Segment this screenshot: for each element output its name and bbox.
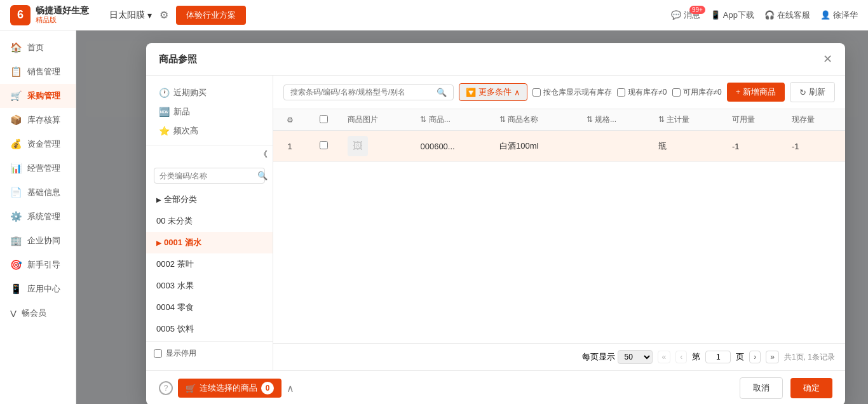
sidebar-item-sales[interactable]: 📋 销售管理 [0,60,76,84]
new-icon: 🆕 [159,107,170,117]
app-download-button[interactable]: 📱 App下载 [710,10,754,21]
product-search-input[interactable] [290,88,434,97]
col-image: 商品图片 [341,109,414,131]
refresh-label: 刷新 [809,86,825,98]
online-service-label: 在线客服 [777,10,810,21]
collapse-panel-button[interactable]: 《 [146,146,273,163]
sidebar-item-enterprise[interactable]: 🏢 企业协同 [0,229,76,253]
category-00[interactable]: 00 未分类 [146,210,273,232]
refresh-button[interactable]: ↻ 刷新 [790,82,835,102]
row-checkbox[interactable] [320,141,328,149]
product-panel: 🔍 🔽 更多条件 ∧ 按仓库显示现有库存 [273,76,845,370]
app-download-label: App下载 [723,10,754,21]
category-0005[interactable]: 0005 饮料 [146,318,273,340]
page-size-select[interactable]: 50 10 20 100 [618,350,653,364]
sidebar-item-apps[interactable]: 📱 应用中心 [0,277,76,301]
product-search-box[interactable]: 🔍 [283,84,454,100]
category-list: ▶ 全部分类 00 未分类 ▶ 0001 酒水 0002 茶 [146,189,273,341]
sidebar-item-purchase[interactable]: 🛒 采购管理 [0,84,76,108]
col-settings[interactable]: ⚙ [273,109,306,131]
user-avatar[interactable]: 👤 徐泽华 [820,10,858,21]
page-number-input[interactable] [705,351,731,363]
cart-button[interactable]: 🛒 连续选择的商品 0 [178,379,281,398]
sidebar-item-inventory[interactable]: 📦 库存核算 [0,108,76,132]
page-label: 第 [692,351,700,363]
collapse-footer-button[interactable]: ∧ [287,382,294,394]
sidebar-item-member[interactable]: V 畅会员 [0,301,76,325]
add-product-button[interactable]: + 新增商品 [727,83,785,102]
category-panel: 🕐 近期购买 🆕 新品 ⭐ 频次高 [146,76,273,370]
table-row[interactable]: 1 🖼 000600... 白酒100ml 瓶 [273,131,845,162]
col-available: 可用量 [726,109,785,131]
page-size-selector[interactable]: 每页显示 50 10 20 100 [582,350,653,364]
last-page-button[interactable]: » [766,351,779,363]
modal-close-button[interactable]: ✕ [823,52,832,66]
col-unit[interactable]: ⇅ 主计量 [652,109,726,131]
cell-available: -1 [726,131,785,162]
sidebar-item-home[interactable]: 🏠 首页 [0,36,76,60]
category-0002-label: 0002 茶叶 [156,259,194,270]
experience-button[interactable]: 体验行业方案 [176,6,246,25]
logo-edition: 精品版 [36,15,89,25]
category-0004[interactable]: 0004 零食 [146,297,273,318]
available-ne0-text: 可用库存≠0 [683,87,722,98]
cell-image: 🖼 [341,131,414,162]
available-ne0-checkbox[interactable] [672,88,681,97]
username: 徐泽华 [833,10,858,21]
quick-action-recent[interactable]: 🕐 近期购买 [154,83,265,102]
product-table: ⚙ 商品图片 ⇅ 商品... ⇅ [273,109,845,162]
logo-icon: 6 [10,5,31,25]
cell-checkbox[interactable] [306,131,341,162]
sidebar-label-apps: 应用中心 [27,283,60,295]
nav-right: 💬 消息 99+ 📱 App下载 🎧 在线客服 👤 徐泽华 [671,10,858,21]
select-all-checkbox[interactable] [320,115,328,123]
message-icon: 💬 [671,10,681,20]
category-0002[interactable]: 0002 茶叶 [146,253,273,275]
cancel-button[interactable]: 取消 [740,377,783,399]
search-icon: 🔍 [437,88,447,97]
col-name[interactable]: ⇅ 商品名称 [493,109,580,131]
sidebar-label-member: 畅会员 [22,307,46,319]
sort-icon-spec: ⇅ [587,115,593,124]
inventory-ne0-label[interactable]: 现有库存≠0 [617,87,667,98]
category-search-input[interactable] [159,172,255,180]
col-code[interactable]: ⇅ 商品... [414,109,493,131]
inventory-ne0-checkbox[interactable] [617,88,625,97]
quick-action-new[interactable]: 🆕 新品 [154,102,265,121]
available-ne0-label[interactable]: 可用库存≠0 [672,87,722,98]
sidebar-item-basic[interactable]: 📄 基础信息 [0,180,76,205]
warehouse-checkbox[interactable] [532,88,541,97]
prev-page-button[interactable]: ‹ [675,351,687,363]
show-disabled-label: 显示停用 [166,348,196,359]
category-0003[interactable]: 0003 水果 [146,275,273,297]
quick-action-frequent[interactable]: ⭐ 频次高 [154,121,265,140]
help-button[interactable]: ? [159,381,173,395]
main-layout: 🏠 首页 📋 销售管理 🛒 采购管理 📦 库存核算 💰 资金管理 📊 经营管理 … [0,30,868,404]
col-spec[interactable]: ⇅ 规格... [580,109,652,131]
cart-icon: 🛒 [186,384,196,393]
store-selector[interactable]: 日太阳膜 ▾ [104,7,157,24]
next-page-button[interactable]: › [749,351,761,363]
sidebar-item-guide[interactable]: 🎯 新手引导 [0,253,76,277]
message-button[interactable]: 💬 消息 99+ [671,10,700,21]
col-checkbox [306,109,341,131]
cart-text: 连续选择的商品 [200,382,257,394]
filter-button[interactable]: 🔽 更多条件 ∧ [459,83,527,101]
sidebar-item-system[interactable]: ⚙️ 系统管理 [0,205,76,229]
home-icon: 🏠 [10,42,22,53]
settings-button[interactable]: ⚙ [157,6,171,24]
sidebar-label-system: 系统管理 [27,211,60,222]
sidebar-item-operation[interactable]: 📊 经营管理 [0,156,76,180]
show-disabled-checkbox[interactable] [154,349,162,358]
sidebar-item-finance[interactable]: 💰 资金管理 [0,132,76,156]
first-page-button[interactable]: « [658,351,671,363]
category-all[interactable]: ▶ 全部分类 [146,189,273,210]
online-service-button[interactable]: 🎧 在线客服 [764,10,810,21]
confirm-button[interactable]: 确定 [790,378,832,398]
category-search-box[interactable]: 🔍 [154,168,265,184]
sidebar-label-enterprise: 企业协同 [27,235,60,246]
guide-icon: 🎯 [10,259,22,271]
category-0003-label: 0003 水果 [156,280,194,292]
category-0001[interactable]: ▶ 0001 酒水 [146,232,273,253]
warehouse-filter-label[interactable]: 按仓库显示现有库存 [532,87,612,98]
